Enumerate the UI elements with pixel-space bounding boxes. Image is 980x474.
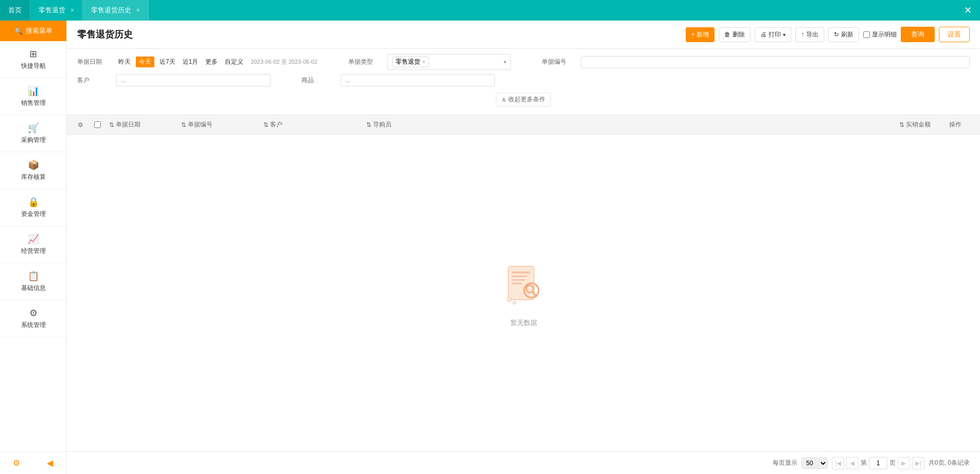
collapse-button[interactable]: ∧ 收起更多条件 xyxy=(496,93,551,106)
th-bill-date[interactable]: ⇅ 单据日期 xyxy=(105,120,177,129)
bill-no-input[interactable] xyxy=(581,56,970,68)
first-page-button[interactable]: |◀ xyxy=(832,457,844,469)
tab-retail-return[interactable]: 零售退货 × xyxy=(30,0,83,21)
svg-point-9 xyxy=(513,301,516,304)
system-icon: ⚙ xyxy=(29,307,38,319)
tab-retail-return-close[interactable]: × xyxy=(70,7,74,14)
print-button[interactable]: 🖨 打印 ▾ xyxy=(755,27,791,42)
next-page-button[interactable]: ▶ xyxy=(898,457,910,469)
table-area: ⚙ ⇅ 单据日期 ⇅ 单据编号 ⇅ 客户 ⇅ 导购员 xyxy=(67,115,980,474)
th-amount[interactable]: ⇅ 实销金额 xyxy=(873,120,935,129)
setting-button[interactable]: 设置 xyxy=(939,27,970,42)
sidebar-item-purchase[interactable]: 🛒 采购管理 xyxy=(0,115,66,152)
date-opt-7days[interactable]: 近7天 xyxy=(157,57,177,67)
tab-retail-return-history[interactable]: 零售退货历史 × xyxy=(83,0,149,21)
pagination-summary: 共0页, 0条记录 xyxy=(929,459,970,467)
main-layout: 🔍 搜索菜单 ⊞ 快捷导航 📊 销售管理 🛒 采购管理 📦 库存核算 🔒 资金管… xyxy=(0,21,980,474)
table-header: ⚙ ⇅ 单据日期 ⇅ 单据编号 ⇅ 客户 ⇅ 导购员 xyxy=(67,115,980,135)
page-suffix: 页 xyxy=(889,459,896,467)
filter-row-1: 单据日期 昨天 今天 近7天 近1月 更多 自定义 2023-06-02 至 2… xyxy=(77,54,970,70)
delete-button[interactable]: 🗑 删除 xyxy=(719,27,751,42)
print-icon: 🖨 xyxy=(760,31,767,38)
tab-retail-return-label: 零售退货 xyxy=(39,6,65,15)
sidebar-item-inventory[interactable]: 📦 库存核算 xyxy=(0,152,66,189)
new-button[interactable]: + 新增 xyxy=(686,27,715,42)
sidebar-item-basic[interactable]: 📋 基础信息 xyxy=(0,263,66,300)
sidebar-item-finance[interactable]: 🔒 资金管理 xyxy=(0,189,66,226)
purchase-icon: 🛒 xyxy=(28,122,39,134)
close-window-button[interactable]: ✕ xyxy=(956,0,980,21)
svg-point-8 xyxy=(507,298,511,302)
th-bill-date-text: 单据日期 xyxy=(116,120,140,129)
export-button[interactable]: ↑ 导出 xyxy=(795,27,824,42)
toolbar: + 新增 🗑 删除 🖨 打印 ▾ ↑ 导出 ↻ xyxy=(686,27,970,42)
th-guide[interactable]: ⇅ 导购员 xyxy=(362,120,439,129)
date-opt-more[interactable]: 更多 xyxy=(203,57,220,67)
query-button[interactable]: 查询 xyxy=(901,27,935,42)
per-page-label: 每页显示 xyxy=(773,459,797,467)
bill-type-select[interactable]: 零售退货 × ▾ xyxy=(387,54,511,70)
sidebar-item-sales[interactable]: 📊 销售管理 xyxy=(0,78,66,115)
quick-nav-icon: ⊞ xyxy=(29,48,37,60)
date-opt-today[interactable]: 今天 xyxy=(136,57,154,67)
date-opt-yesterday[interactable]: 昨天 xyxy=(116,57,133,67)
th-checkbox[interactable] xyxy=(90,121,105,128)
collapse-label: 收起更多条件 xyxy=(508,95,545,104)
per-page-select[interactable]: 50 10 20 100 xyxy=(801,458,828,469)
basic-icon: 📋 xyxy=(28,270,39,282)
sidebar-settings-button[interactable]: ⚙ xyxy=(0,452,33,474)
customer-label: 客户 xyxy=(77,76,106,85)
sidebar-search-label: 搜索菜单 xyxy=(26,26,52,35)
sidebar-item-operation[interactable]: 📈 经营管理 xyxy=(0,226,66,263)
th-bill-no[interactable]: ⇅ 单据编号 xyxy=(177,120,259,129)
date-opt-custom[interactable]: 自定义 xyxy=(223,57,245,67)
sidebar-item-sales-label: 销售管理 xyxy=(21,99,46,107)
sidebar-item-quick-nav-label: 快捷导航 xyxy=(21,62,46,70)
content-area: 零售退货历史 + 新增 🗑 删除 🖨 打印 ▾ ↑ 导出 xyxy=(67,21,980,474)
sidebar-search[interactable]: 🔍 搜索菜单 xyxy=(0,21,66,41)
bill-type-tag-close[interactable]: × xyxy=(422,59,425,65)
page-title-row: 零售退货历史 + 新增 🗑 删除 🖨 打印 ▾ ↑ 导出 xyxy=(77,27,970,42)
bill-date-label: 单据日期 xyxy=(77,58,106,66)
prev-page-button[interactable]: ◀ xyxy=(846,457,859,469)
last-page-button[interactable]: ▶| xyxy=(912,457,924,469)
sidebar-item-inventory-label: 库存核算 xyxy=(21,173,46,181)
delete-icon: 🗑 xyxy=(724,31,730,38)
sidebar-item-system[interactable]: ⚙ 系统管理 xyxy=(0,300,66,337)
th-amount-sort: ⇅ xyxy=(899,121,904,129)
bill-type-tag: 零售退货 × xyxy=(392,57,429,67)
customer-input[interactable] xyxy=(116,74,271,86)
export-icon: ↑ xyxy=(801,31,804,38)
th-settings[interactable]: ⚙ xyxy=(71,121,90,129)
sidebar-item-quick-nav[interactable]: ⊞ 快捷导航 xyxy=(0,41,66,78)
page-title: 零售退货历史 xyxy=(77,28,133,41)
sidebar-collapse-button[interactable]: ◀ xyxy=(33,452,67,474)
show-detail-checkbox-label[interactable]: 显示明细 xyxy=(863,30,897,39)
svg-rect-4 xyxy=(512,283,522,284)
tab-retail-return-history-close[interactable]: × xyxy=(136,7,140,14)
page-label: 第 xyxy=(861,459,867,467)
svg-rect-2 xyxy=(512,276,527,277)
pagination-bar: 每页显示 50 10 20 100 |◀ ◀ 第 页 ▶ ▶| 共0页, 0条记… xyxy=(67,451,980,474)
th-customer[interactable]: ⇅ 客户 xyxy=(259,120,362,129)
sidebar-item-purchase-label: 采购管理 xyxy=(21,136,46,144)
bill-type-dropdown-icon: ▾ xyxy=(504,59,506,65)
sales-icon: 📊 xyxy=(28,85,39,97)
page-number-input[interactable] xyxy=(869,457,887,469)
sidebar-bottom: ⚙ ◀ xyxy=(0,451,66,474)
filter-row-2: 客户 商品 xyxy=(77,74,970,86)
operation-icon: 📈 xyxy=(28,233,39,245)
empty-text: 暂无数据 xyxy=(510,318,537,327)
select-all-checkbox[interactable] xyxy=(94,121,101,128)
sidebar-item-finance-label: 资金管理 xyxy=(21,210,46,218)
th-customer-sort: ⇅ xyxy=(263,121,269,129)
refresh-button[interactable]: ↻ 刷新 xyxy=(828,27,859,42)
tab-retail-return-history-label: 零售退货历史 xyxy=(91,6,131,15)
tab-home[interactable]: 首页 xyxy=(0,0,30,21)
sidebar-item-operation-label: 经营管理 xyxy=(21,247,46,256)
show-detail-checkbox[interactable] xyxy=(863,31,870,38)
search-icon: 🔍 xyxy=(14,27,23,35)
date-opt-1month[interactable]: 近1月 xyxy=(181,57,201,67)
goods-input[interactable] xyxy=(341,74,495,86)
collapse-row: ∧ 收起更多条件 xyxy=(77,90,970,110)
